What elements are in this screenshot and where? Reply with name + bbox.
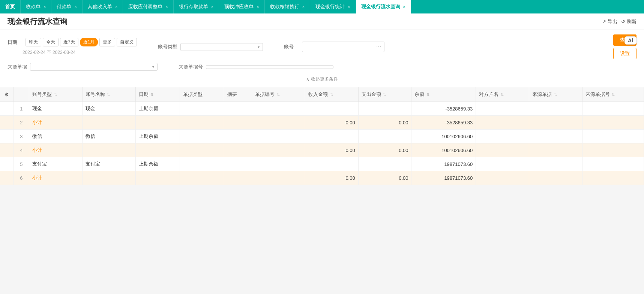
close-pre-offset-icon[interactable]: × [257, 4, 259, 9]
date-btn-yesterday[interactable]: 昨天 [26, 38, 41, 46]
cell-gear [0, 116, 14, 130]
sort-source-doc-icon: ⇅ [554, 93, 557, 97]
th-summary: 摘要 [224, 87, 252, 102]
table-row[interactable]: 3微信微信上期余额100102606.60 [0, 130, 644, 143]
date-btn-more[interactable]: 更多 [99, 38, 115, 46]
sort-counterpart-icon: ⇅ [501, 93, 504, 97]
table-row[interactable]: 2小计0.000.00-3528659.33 [0, 116, 644, 130]
table-row[interactable]: 1现金现金上期余额-3528659.33 [0, 102, 644, 116]
account-dots-icon[interactable]: ··· [376, 43, 381, 50]
cell-income: 0.00 [305, 143, 358, 157]
table-row[interactable]: 6小计0.000.0019871073.60 [0, 171, 644, 185]
table-row[interactable]: 5支付宝支付宝上期余额19871073.60 [0, 157, 644, 171]
th-income[interactable]: 收入金额 ⇅ [305, 87, 358, 102]
cell-account-type: 支付宝 [29, 157, 83, 171]
th-expense[interactable]: 支出金额 ⇅ [358, 87, 411, 102]
th-doc-no[interactable]: 单据编号 ⇅ [252, 87, 305, 102]
account-input[interactable]: ··· [302, 42, 384, 52]
data-table: ⚙ 账号类型 ⇅ 账号名称 ⇅ 日期 ⇅ 单据类型 摘要 单据编号 ⇅ 收入金额… [0, 87, 644, 185]
refresh-button[interactable]: ↺ 刷新 [621, 18, 636, 25]
close-other-income-icon[interactable]: × [115, 4, 117, 9]
cell-doc-type [180, 102, 224, 116]
cell-doc-no [252, 102, 305, 116]
cell-date: 上期余额 [135, 130, 180, 143]
account-label: 账号 [284, 43, 299, 50]
th-account-type[interactable]: 账号类型 ⇅ [29, 87, 83, 102]
close-payment-icon[interactable]: × [74, 4, 77, 9]
cell-source-doc [529, 116, 582, 130]
nav-tab-cash-bank-flow[interactable]: 现金银行流水查询 × [356, 0, 411, 13]
export-button[interactable]: ↗ 导出 [602, 18, 617, 25]
cell-date: 上期余额 [135, 157, 180, 171]
tab-pre-offset-label: 预收冲应收单 [224, 3, 254, 10]
nav-tab-payment[interactable]: 付款单 × [51, 0, 82, 13]
th-source-doc[interactable]: 来源单据 ⇅ [529, 87, 582, 102]
close-ar-adjust-icon[interactable]: × [165, 4, 168, 9]
account-group: 账号 ··· [284, 42, 384, 52]
tab-payment-label: 付款单 [57, 3, 71, 10]
date-btn-7days[interactable]: 近7天 [60, 38, 78, 46]
close-cash-bank-flow-icon[interactable]: × [403, 4, 405, 9]
th-account-name[interactable]: 账号名称 ⇅ [82, 87, 135, 102]
account-type-select[interactable]: ▾ [180, 43, 263, 51]
ai-badge[interactable]: Ai [624, 36, 636, 45]
th-gear[interactable]: ⚙ [0, 87, 14, 102]
table-area: ⚙ 账号类型 ⇅ 账号名称 ⇅ 日期 ⇅ 单据类型 摘要 单据编号 ⇅ 收入金额… [0, 87, 644, 185]
th-source-doc-no[interactable]: 来源单据号 ⇅ [582, 87, 644, 102]
cell-doc-no [252, 171, 305, 185]
date-label: 日期 [8, 39, 23, 46]
nav-tab-collection-exec[interactable]: 收款核销执行 × [265, 0, 310, 13]
close-collection-exec-icon[interactable]: × [302, 4, 305, 9]
cell-summary [224, 143, 252, 157]
cell-index: 5 [14, 157, 29, 171]
cell-summary [224, 102, 252, 116]
date-btn-1month[interactable]: 近1月 [80, 38, 98, 46]
nav-tab-other-income[interactable]: 其他收入单 × [83, 0, 123, 13]
nav-tab-bank-deposit[interactable]: 银行存取款单 × [174, 0, 219, 13]
nav-tab-pre-offset[interactable]: 预收冲应收单 × [219, 0, 264, 13]
settings-button[interactable]: 设置 [613, 48, 636, 59]
cell-index: 4 [14, 143, 29, 157]
th-balance[interactable]: 余额 ⇅ [411, 87, 476, 102]
cell-expense [358, 157, 411, 171]
cell-balance: 19871073.60 [411, 157, 476, 171]
table-header-row: ⚙ 账号类型 ⇅ 账号名称 ⇅ 日期 ⇅ 单据类型 摘要 单据编号 ⇅ 收入金额… [0, 87, 644, 102]
sort-source-doc-no-icon: ⇅ [612, 93, 615, 97]
date-btn-custom[interactable]: 自定义 [117, 38, 137, 46]
tab-other-income-label: 其他收入单 [88, 3, 112, 10]
top-navigation: 首页 收款单 × 付款单 × 其他收入单 × 应收应付调整单 × 银行存取款单 … [0, 0, 644, 13]
table-row[interactable]: 4小计0.000.00100102606.60 [0, 143, 644, 157]
cell-doc-no [252, 157, 305, 171]
nav-tab-home[interactable]: 首页 [0, 0, 21, 13]
th-date[interactable]: 日期 ⇅ [135, 87, 180, 102]
filter-row-1: 日期 昨天 今天 近7天 近1月 更多 自定义 2023-02-24 至 202… [8, 34, 636, 59]
date-buttons: 昨天 今天 近7天 近1月 更多 自定义 [26, 38, 137, 46]
cell-expense: 0.00 [358, 143, 411, 157]
ai-label: Ai [628, 37, 633, 43]
date-range-display: 2023-02-24 至 2023-03-24 [23, 49, 137, 56]
cell-doc-type [180, 171, 224, 185]
nav-tab-receipt[interactable]: 收款单 × [21, 0, 51, 13]
cell-date [135, 143, 180, 157]
tab-cash-bank-stat-label: 现金银行统计 [315, 3, 345, 10]
nav-tab-cash-bank-stat[interactable]: 现金银行统计 × [310, 0, 356, 13]
nav-tab-ar-adjust[interactable]: 应收应付调整单 × [123, 0, 173, 13]
source-doc-num-input[interactable] [206, 65, 333, 69]
collapse-bar[interactable]: ∧ 收起更多条件 [8, 75, 636, 84]
close-cash-bank-stat-icon[interactable]: × [348, 4, 350, 9]
cell-source-doc-no [582, 171, 644, 185]
cell-doc-no [252, 130, 305, 143]
cell-summary [224, 130, 252, 143]
date-btn-today[interactable]: 今天 [43, 38, 59, 46]
account-type-group: 账号类型 ▾ [158, 43, 263, 51]
cell-source-doc-no [582, 157, 644, 171]
cell-source-doc [529, 157, 582, 171]
cell-index: 6 [14, 171, 29, 185]
close-bank-deposit-icon[interactable]: × [211, 4, 213, 9]
th-counterpart[interactable]: 对方户名 ⇅ [476, 87, 529, 102]
cell-account-name [82, 171, 135, 185]
cell-counterpart [476, 157, 529, 171]
close-receipt-icon[interactable]: × [44, 4, 46, 9]
account-type-label: 账号类型 [158, 43, 177, 50]
source-doc-select[interactable]: ▾ [30, 63, 158, 71]
